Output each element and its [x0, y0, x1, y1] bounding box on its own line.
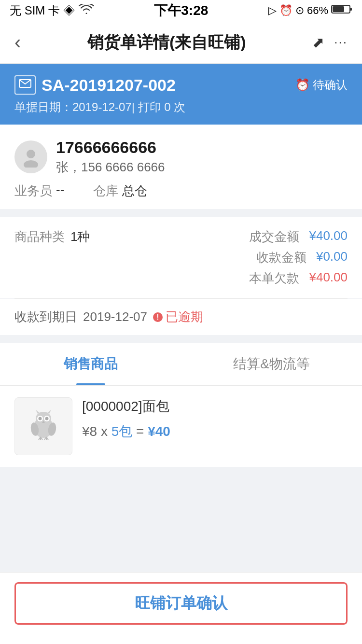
- salesperson-meta: 业务员 --: [14, 182, 64, 199]
- warehouse-meta: 仓库 总仓: [93, 182, 147, 199]
- summary-row: 商品种类 1种 成交金额 ¥40.00 收款金额 ¥0.00 本单欠款 ¥40.…: [14, 228, 348, 287]
- order-date-row: 单据日期：2019-12-07| 打印 0 次: [14, 99, 348, 115]
- battery-icon: [331, 4, 352, 17]
- tab-settlement-label: 结算&物流等: [233, 355, 310, 373]
- svg-rect-1: [350, 8, 352, 11]
- overdue-icon: !: [153, 312, 163, 322]
- quantity-value: 5包: [111, 424, 133, 439]
- share-button[interactable]: ⬈: [312, 34, 324, 51]
- sim-label: 无 SIM 卡 ◈: [10, 3, 75, 18]
- status-text: 待确认: [313, 77, 348, 93]
- order-header-card: SA-20191207-002 ⏰ 待确认 单据日期：2019-12-07| 打…: [0, 64, 362, 125]
- received-label: 收款金额: [256, 249, 306, 266]
- date-label: 单据日期：: [14, 100, 72, 113]
- tab-sales-label: 销售商品: [64, 355, 118, 373]
- nav-right: ⬈ ···: [312, 34, 348, 51]
- wifi-icon: [79, 4, 94, 17]
- owed-label: 本单欠款: [249, 270, 299, 287]
- customer-top: 17666666666 张，156 6666 6666: [14, 138, 348, 176]
- overdue-text: 已逾期: [166, 308, 203, 325]
- summary-right: 成交金额 ¥40.00 收款金额 ¥0.00 本单欠款 ¥40.00: [249, 228, 348, 287]
- svg-point-5: [24, 160, 38, 168]
- nav-left: ‹: [14, 31, 21, 53]
- due-date-value: 2019-12-07: [83, 309, 147, 324]
- order-date-value: 2019-12-07: [72, 100, 132, 113]
- tab-settlement[interactable]: 结算&物流等: [181, 343, 362, 385]
- svg-point-12: [39, 417, 42, 420]
- product-section: [0000002]面包 ¥8 x 5包 = ¥40: [0, 386, 362, 467]
- back-button[interactable]: ‹: [14, 31, 21, 53]
- status-right: ▷ ⏰ ⊙ 66%: [268, 4, 352, 17]
- svg-point-4: [27, 150, 35, 158]
- total-value: ¥40: [148, 424, 170, 439]
- order-id-text: SA-20191207-002: [42, 76, 176, 95]
- tab-sales-product[interactable]: 销售商品: [0, 343, 181, 385]
- due-label: 收款到期日: [14, 308, 77, 325]
- customer-name: 张，156 6666 6666: [56, 159, 165, 176]
- order-id-icon: [14, 75, 36, 95]
- overdue-badge: ! 已逾期: [153, 308, 203, 325]
- received-value: ¥0.00: [316, 249, 348, 266]
- price-value: ¥8: [82, 424, 97, 439]
- summary-section: 商品种类 1种 成交金额 ¥40.00 收款金额 ¥0.00 本单欠款 ¥40.…: [0, 217, 362, 298]
- more-button[interactable]: ···: [334, 35, 348, 50]
- svg-point-13: [45, 417, 49, 420]
- divider-3: [0, 335, 362, 343]
- product-image: [14, 397, 72, 455]
- order-status: ⏰ 待确认: [295, 77, 348, 93]
- page-title: 销货单详情(来自旺铺): [87, 31, 246, 54]
- order-header-top: SA-20191207-002 ⏰ 待确认: [14, 75, 348, 95]
- status-left: 无 SIM 卡 ◈: [10, 3, 94, 18]
- equals-sign: =: [136, 424, 144, 439]
- product-name: [0000002]面包: [82, 397, 348, 416]
- product-title: 面包: [142, 399, 169, 414]
- amount-value: ¥40.00: [309, 228, 348, 245]
- bottom-bar: 旺铺订单确认: [0, 572, 362, 644]
- status-clock-icon: ⏰: [295, 78, 310, 92]
- type-count: 1种: [70, 228, 90, 245]
- svg-rect-2: [333, 6, 344, 12]
- customer-section: 17666666666 张，156 6666 6666 业务员 -- 仓库 总仓: [0, 125, 362, 209]
- nav-bar: ‹ 销货单详情(来自旺铺) ⬈ ···: [0, 21, 362, 64]
- amount-label: 成交金额: [249, 228, 299, 245]
- location-icon: ▷: [268, 4, 277, 17]
- status-time: 下午3:28: [154, 1, 208, 20]
- product-price: ¥8 x 5包 = ¥40: [82, 422, 348, 441]
- due-section: 收款到期日 2019-12-07 ! 已逾期: [0, 299, 362, 335]
- customer-info: 17666666666 张，156 6666 6666: [56, 138, 165, 176]
- salesperson-label: 业务员: [14, 182, 52, 199]
- alarm-icon: ⏰: [279, 4, 292, 17]
- amount-row: 成交金额 ¥40.00: [249, 228, 348, 245]
- customer-phone: 17666666666: [56, 138, 165, 157]
- avatar: [14, 140, 47, 173]
- summary-left: 商品种类 1种: [14, 228, 90, 245]
- salesperson-value: --: [56, 182, 64, 199]
- tabs-section: 销售商品 结算&物流等: [0, 343, 362, 386]
- received-row: 收款金额 ¥0.00: [256, 249, 348, 266]
- product-item: [0000002]面包 ¥8 x 5包 = ¥40: [14, 397, 348, 455]
- battery-label: ⊙ 66%: [295, 4, 328, 17]
- confirm-order-button[interactable]: 旺铺订单确认: [14, 582, 348, 625]
- warehouse-value: 总仓: [122, 182, 147, 199]
- product-info: [0000002]面包 ¥8 x 5包 = ¥40: [82, 397, 348, 441]
- order-id: SA-20191207-002: [14, 75, 176, 95]
- owed-value: ¥40.00: [309, 270, 348, 287]
- tab-active-indicator: [76, 383, 105, 385]
- product-owl-icon: [24, 407, 63, 446]
- warehouse-label: 仓库: [93, 182, 118, 199]
- multiply-sign: x: [101, 424, 108, 439]
- print-info: | 打印 0 次: [132, 100, 186, 113]
- product-code: [0000002]: [82, 399, 142, 414]
- divider-1: [0, 209, 362, 217]
- customer-meta: 业务员 -- 仓库 总仓: [14, 182, 348, 199]
- status-bar: 无 SIM 卡 ◈ 下午3:28 ▷ ⏰ ⊙ 66%: [0, 0, 362, 21]
- owed-row: 本单欠款 ¥40.00: [249, 270, 348, 287]
- type-label: 商品种类: [14, 228, 65, 245]
